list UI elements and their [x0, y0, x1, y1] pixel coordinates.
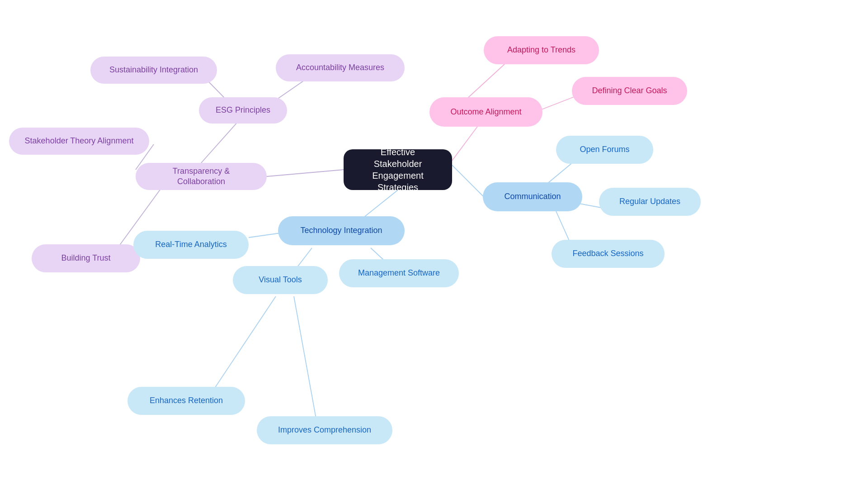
improves-node: Improves Comprehension: [257, 416, 392, 444]
sustainability-label: Sustainability Integration: [109, 65, 198, 75]
management-sw-node: Management Software: [339, 259, 459, 287]
building-trust-label: Building Trust: [61, 253, 110, 263]
esg-label: ESG Principles: [216, 105, 270, 115]
center-label: Effective Stakeholder Engagement Strateg…: [356, 146, 439, 193]
feedback-sessions-node: Feedback Sessions: [552, 240, 665, 268]
enhances-node: Enhances Retention: [127, 387, 245, 415]
enhances-label: Enhances Retention: [150, 395, 223, 406]
adapting-label: Adapting to Trends: [507, 45, 576, 55]
regular-updates-label: Regular Updates: [619, 196, 680, 207]
realtime-label: Real-Time Analytics: [155, 239, 226, 250]
defining-label: Defining Clear Goals: [592, 86, 667, 96]
open-forums-label: Open Forums: [580, 144, 629, 155]
management-sw-label: Management Software: [358, 268, 440, 278]
stakeholder-label: Stakeholder Theory Alignment: [25, 136, 134, 146]
sustainability-node: Sustainability Integration: [90, 57, 217, 84]
accountability-label: Accountability Measures: [296, 62, 384, 73]
regular-updates-node: Regular Updates: [599, 188, 701, 216]
realtime-node: Real-Time Analytics: [133, 231, 249, 259]
transparency-node: Transparency & Collaboration: [136, 163, 267, 190]
tech-integration-label: Technology Integration: [300, 225, 382, 236]
tech-integration-node: Technology Integration: [278, 216, 405, 245]
building-trust-node: Building Trust: [32, 244, 140, 272]
esg-node: ESG Principles: [199, 97, 287, 124]
communication-node: Communication: [483, 182, 582, 211]
svg-line-10: [538, 97, 574, 111]
communication-label: Communication: [504, 191, 561, 202]
svg-line-0: [267, 170, 344, 176]
visual-tools-label: Visual Tools: [259, 275, 302, 285]
stakeholder-node: Stakeholder Theory Alignment: [9, 128, 149, 155]
defining-node: Defining Clear Goals: [572, 77, 687, 105]
center-node: Effective Stakeholder Engagement Strateg…: [344, 149, 452, 190]
open-forums-node: Open Forums: [556, 136, 653, 164]
svg-line-17: [212, 296, 276, 391]
adapting-node: Adapting to Trends: [484, 36, 599, 64]
accountability-node: Accountability Measures: [276, 54, 405, 81]
outcome-node: Outcome Alignment: [429, 97, 542, 127]
outcome-label: Outcome Alignment: [450, 107, 521, 117]
svg-line-4: [201, 117, 242, 163]
svg-line-14: [249, 233, 280, 238]
visual-tools-node: Visual Tools: [233, 266, 328, 294]
transparency-label: Transparency & Collaboration: [148, 166, 254, 187]
improves-label: Improves Comprehension: [278, 425, 371, 435]
feedback-sessions-label: Feedback Sessions: [572, 248, 643, 259]
svg-line-18: [294, 296, 316, 421]
